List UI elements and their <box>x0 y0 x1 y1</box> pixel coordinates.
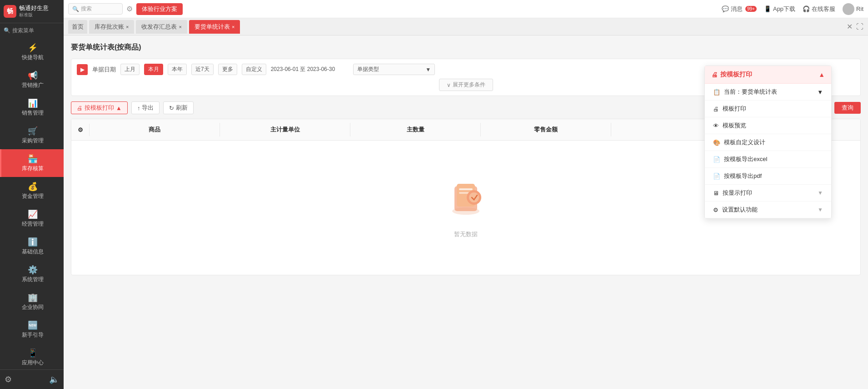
app-download-label: App下载 <box>773 5 795 13</box>
tab-home[interactable]: 首页 <box>68 20 87 34</box>
sidebar-item-system[interactable]: ⚙️ 系统管理 <box>0 260 64 288</box>
sidebar-item-operations[interactable]: 📈 经营管理 <box>0 205 64 232</box>
topbar: 🔍 搜索 ⚙ 体验行业方案 💬 消息 99+ 📱 App下载 🎧 在线客服 <box>64 0 868 18</box>
sidebar-footer: ⚙ 🔈 <box>0 369 64 389</box>
logo-text-group: 畅通好生意 标准版 <box>19 5 49 18</box>
dropdown-export-pdf[interactable]: 📄 按模板导出pdf <box>705 168 831 185</box>
current-template-label: 当前：要货单统计表 <box>724 88 777 96</box>
page-title: 要货单统计表(按商品) <box>71 43 861 52</box>
date-btn-custom[interactable]: 自定义 <box>242 64 266 75</box>
purchase-icon: 🛒 <box>28 126 38 136</box>
query-btn[interactable]: 查询 <box>834 102 861 114</box>
tab-receipt-summary-close[interactable]: × <box>179 24 181 30</box>
tab-home-label: 首页 <box>72 23 84 31</box>
sidebar-item-label: 快捷导航 <box>22 54 44 61</box>
sidebar-item-inventory[interactable]: 🏪 库存核算 <box>0 149 64 177</box>
template-preview-icon: 👁 <box>713 122 719 129</box>
sidebar-item-finance[interactable]: 💰 资金管理 <box>0 177 64 205</box>
industry-btn[interactable]: 体验行业方案 <box>136 3 183 15</box>
sidebar-item-label: 销售管理 <box>22 109 44 117</box>
messages-badge: 99+ <box>745 6 757 12</box>
sidebar-item-enterprise[interactable]: 🏢 企业协同 <box>0 288 64 316</box>
sidebar-item-label: 企业协同 <box>22 303 44 311</box>
dropdown-collapse-btn[interactable]: ▲ <box>818 71 825 78</box>
online-service-icon: 🎧 <box>803 5 810 12</box>
dropdown-template-print[interactable]: 🖨 模板打印 <box>705 101 831 117</box>
tab-order-stats[interactable]: 要货单统计表 × <box>189 20 240 34</box>
settings-footer-icon[interactable]: ⚙ <box>5 374 12 384</box>
user-name: Rit <box>856 5 863 12</box>
date-btn-current-year[interactable]: 本年 <box>168 64 187 75</box>
template-design-icon: 🎨 <box>713 139 720 146</box>
user-avatar-btn[interactable]: Rit <box>843 3 863 15</box>
topbar-left: 🔍 搜索 ⚙ 体验行业方案 <box>68 3 717 15</box>
sidebar-item-app-center[interactable]: 📱 应用中心 <box>0 344 64 369</box>
tabbar: 首页 库存批次账 × 收发存汇总表 × 要货单统计表 × ✕ ⛶ <box>64 18 868 35</box>
set-default-icon: ⚙ <box>713 207 718 213</box>
sidebar-item-label: 营销推广 <box>22 81 44 89</box>
set-default-arrow: ▼ <box>818 207 823 213</box>
quick-nav-icon: ⚡ <box>28 43 38 53</box>
col-settings[interactable]: ⚙ <box>71 124 90 136</box>
tab-expand-icon[interactable]: ⛶ <box>856 23 863 31</box>
sidebar-item-new-guide[interactable]: 🆕 新手引导 <box>0 316 64 344</box>
filter-expand-icon[interactable]: ▶ <box>77 64 88 75</box>
system-icon: ⚙️ <box>28 265 38 275</box>
col-retail: 零售金额 <box>481 123 611 136</box>
dropdown-export-excel[interactable]: 📄 按模板导出excel <box>705 151 831 168</box>
online-service-btn[interactable]: 🎧 在线客服 <box>803 5 835 13</box>
dropdown-header-left: 🖨 按模板打印 <box>711 71 752 79</box>
topbar-search-box[interactable]: 🔍 搜索 <box>68 3 123 15</box>
messages-btn[interactable]: 💬 消息 99+ <box>722 5 757 13</box>
export-excel-label: 按模板导出excel <box>724 155 767 163</box>
date-btn-more[interactable]: 更多 <box>218 64 237 75</box>
display-print-label: 按显示打印 <box>723 189 752 197</box>
dropdown-set-default[interactable]: ⚙ 设置默认功能 ▼ <box>705 202 831 218</box>
refresh-btn[interactable]: ↻ 刷新 <box>163 101 194 114</box>
speaker-footer-icon[interactable]: 🔈 <box>49 374 59 384</box>
enterprise-icon: 🏢 <box>28 293 38 303</box>
logo-icon: 畅 <box>4 5 16 18</box>
base-info-icon: ℹ️ <box>28 237 38 247</box>
tab-order-stats-close[interactable]: × <box>232 24 234 30</box>
sidebar-search[interactable]: 🔍 搜索菜单 <box>0 23 64 38</box>
sidebar-item-label: 采购管理 <box>22 137 44 145</box>
sidebar-item-quick-nav[interactable]: ⚡ 快捷导航 <box>0 38 64 66</box>
empty-text: 暂无数据 <box>454 230 478 238</box>
sidebar-item-label: 应用中心 <box>22 359 44 367</box>
date-btn-current-month[interactable]: 本月 <box>144 64 163 75</box>
online-service-label: 在线客服 <box>812 5 835 13</box>
tab-receipt-summary[interactable]: 收发存汇总表 × <box>136 20 187 34</box>
app-download-btn[interactable]: 📱 App下载 <box>764 5 795 13</box>
tab-inventory-batch[interactable]: 库存批次账 × <box>89 20 134 34</box>
date-btn-last-7-days[interactable]: 近7天 <box>191 64 214 75</box>
dropdown-menu: 🖨 按模板打印 ▲ 📋 当前：要货单统计表 ▼ 🖨 模板打印 👁 模板预览 🎨 … <box>704 66 832 219</box>
topbar-gear-icon[interactable]: ⚙ <box>126 5 133 13</box>
expand-more-btn[interactable]: ∨ 展开更多条件 <box>439 79 493 91</box>
search-icon: 🔍 <box>4 27 10 34</box>
sidebar-item-marketing[interactable]: 📢 营销推广 <box>0 66 64 94</box>
sidebar-item-base-info[interactable]: ℹ️ 基础信息 <box>0 232 64 260</box>
template-print-label: 按模板打印 <box>85 104 114 112</box>
chevron-down-current: ▼ <box>817 89 823 96</box>
date-btn-prev-month[interactable]: 上月 <box>120 64 140 75</box>
tab-inventory-batch-close[interactable]: × <box>126 24 129 30</box>
export-btn[interactable]: ↑ 导出 <box>131 101 160 114</box>
template-print-btn[interactable]: 🖨 按模板打印 ▲ <box>71 101 128 114</box>
dropdown-set-default-left: ⚙ 设置默认功能 <box>713 206 758 214</box>
topbar-search-icon: 🔍 <box>72 6 79 12</box>
dropdown-template-preview[interactable]: 👁 模板预览 <box>705 117 831 134</box>
topbar-right: 💬 消息 99+ 📱 App下载 🎧 在线客服 Rit <box>722 3 863 15</box>
sidebar-item-purchase[interactable]: 🛒 采购管理 <box>0 121 64 149</box>
dropdown-current-template[interactable]: 📋 当前：要货单统计表 ▼ <box>705 84 831 101</box>
col-qty: 主数量 <box>350 123 481 136</box>
dropdown-header: 🖨 按模板打印 ▲ <box>705 66 831 84</box>
dropdown-template-design[interactable]: 🎨 模板自定义设计 <box>705 134 831 151</box>
svg-point-6 <box>469 192 479 202</box>
sidebar-item-sales[interactable]: 📊 销售管理 <box>0 94 64 121</box>
dropdown-display-print[interactable]: 🖥 按显示打印 ▼ <box>705 185 831 202</box>
display-print-icon: 🖥 <box>713 190 719 197</box>
tab-close-all-icon[interactable]: ✕ <box>847 22 853 31</box>
order-type-select[interactable]: 单据类型 ▼ <box>353 64 435 75</box>
svg-rect-4 <box>459 192 469 194</box>
